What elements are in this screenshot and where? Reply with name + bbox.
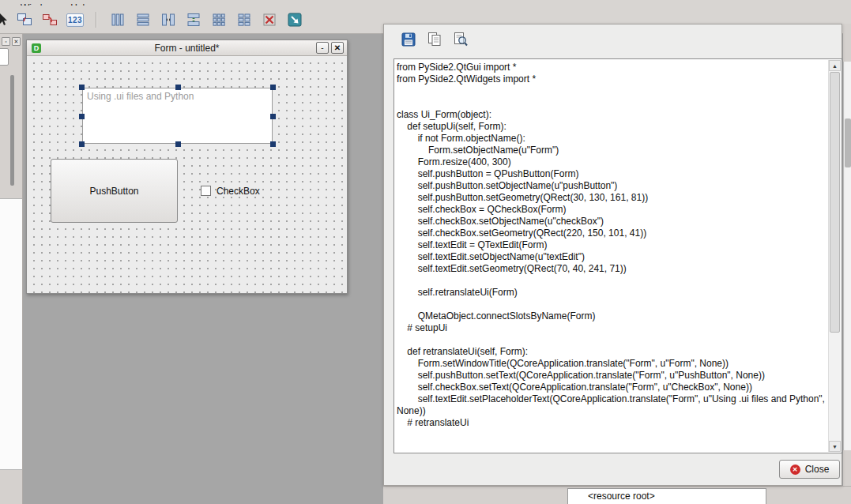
copy-icon[interactable] [426,31,443,48]
grid-glyph [210,11,228,28]
selection-handle-top-right[interactable] [270,85,276,90]
edit-signals-slots-icon[interactable] [16,11,33,28]
menu-window[interactable]: Window [21,2,55,6]
widget-box-scrollbar[interactable] [10,75,14,186]
resource-root-item[interactable]: <resource root> [568,489,766,504]
close-dialog-button[interactable]: ✕ Close [779,460,840,479]
code-scrollbar-thumb[interactable] [830,72,840,333]
toolbar: 123 [0,11,303,28]
form-canvas[interactable]: Using .ui files and Python PushButton Ch… [27,56,347,293]
edit-buddies-icon[interactable] [41,11,58,28]
checkbox-box[interactable] [201,186,211,196]
form-editor-window: D Form - untitled* - ✕ Using .ui files a… [26,39,348,294]
code-preview-dialog: from PySide2.QtGui import * from PySide2… [383,24,842,486]
form-window-title: Form - untitled* [27,43,347,54]
signals-glyph [16,11,33,28]
scroll-down-icon[interactable]: ▼ [829,441,841,452]
close-window-button[interactable]: ✕ [331,42,344,54]
selection-handle-top-left[interactable] [79,85,85,90]
generated-python-code[interactable]: from PySide2.QtGui import * from PySide2… [397,62,825,450]
menubar: Window Help [21,0,103,6]
layout-grid-icon[interactable] [210,11,228,28]
bottom-dock-area: <resource root> [383,486,851,504]
save-icon[interactable] [400,31,417,48]
close-red-icon: ✕ [790,465,800,475]
right-scrollbar-thumb[interactable] [845,118,851,167]
magnifier-glyph [452,31,469,48]
scroll-up-icon[interactable]: ▲ [829,60,841,71]
hsplitter-glyph [160,11,177,28]
edit-widgets-icon[interactable] [0,11,8,28]
vlayout-glyph [134,11,152,28]
minimize-button[interactable]: - [316,42,329,54]
resource-browser-panel: <resource root> [567,488,766,504]
copy-glyph [426,31,443,48]
code-view: from PySide2.QtGui import * from PySide2… [393,58,842,453]
layout-horizontally-icon[interactable] [109,11,126,28]
layout-horizontal-splitter-icon[interactable] [160,11,177,28]
toolbar-separator [96,12,97,28]
selection-handle-middle-left[interactable] [79,114,85,119]
edit-tab-order-icon[interactable]: 123 [66,11,84,28]
checkbox-widget[interactable]: CheckBox [201,175,281,207]
tab-order-glyph: 123 [66,13,84,27]
form-layout-glyph [235,11,253,28]
checkbox-label: CheckBox [217,186,260,197]
break-layout-glyph [261,11,278,28]
layout-vertically-icon[interactable] [134,11,152,28]
dock-float-button[interactable]: ▫ [2,37,10,46]
selection-handle-bottom-left[interactable] [79,141,85,147]
dock-close-button[interactable]: ✕ [12,37,21,46]
close-button-label: Close [805,464,830,475]
selection-handle-middle-right[interactable] [270,114,276,119]
pushbutton-widget[interactable]: PushButton [51,159,178,223]
widget-box-dock: ▫ ✕ [0,34,23,504]
menu-help[interactable]: Help [70,2,90,6]
adjust-size-icon[interactable] [286,11,303,28]
textedit-widget-selected[interactable]: Using .ui files and Python [82,88,273,144]
buddies-glyph [41,11,58,28]
right-dock-sliver [843,24,851,486]
widget-filter-input[interactable] [0,48,9,66]
selection-handle-top-middle[interactable] [175,85,181,90]
cursor-glyph [0,11,8,28]
hlayout-glyph [109,11,126,28]
layout-vertical-splitter-icon[interactable] [185,11,202,28]
textedit-widget[interactable]: Using .ui files and Python [82,88,273,144]
adjust-size-glyph [286,11,303,28]
floppy-glyph [400,31,417,48]
vsplitter-glyph [185,11,202,28]
break-layout-icon[interactable] [261,11,278,28]
form-window-titlebar[interactable]: D Form - untitled* - ✕ [27,40,347,56]
code-scrollbar[interactable]: ▲ ▼ [828,60,841,452]
textedit-placeholder: Using .ui files and Python [83,88,272,104]
selection-handle-bottom-right[interactable] [270,141,276,147]
layout-form-icon[interactable] [235,11,253,28]
find-icon[interactable] [452,31,469,48]
right-scrollbar-track[interactable] [843,62,851,450]
selection-handle-bottom-middle[interactable] [175,141,181,147]
widget-box-list[interactable] [0,198,22,470]
